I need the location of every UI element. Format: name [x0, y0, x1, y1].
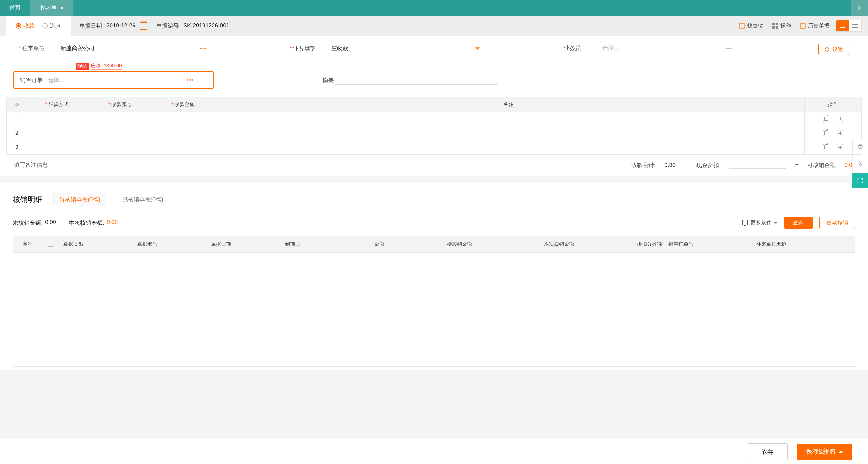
close-icon[interactable]: × [60, 5, 64, 11]
auto-writeoff-button[interactable]: 自动核销 [819, 216, 856, 229]
col-due: 到期日 [282, 236, 342, 253]
col-pending-amt: 待核销金额 [388, 236, 475, 253]
summary-field: 摘要 [309, 75, 498, 85]
gear-icon[interactable]: ⚙ [15, 102, 19, 107]
document-toolbar: 收款 退款 单据日期 2019-12-26 单据编号 SK-20191226-0… [0, 16, 868, 36]
tab-pending-writeoff[interactable]: 待核销单据(0笔) [54, 193, 106, 206]
more-filters-toggle[interactable]: 更多条件 [742, 219, 777, 226]
tab-home[interactable]: 首页 [0, 0, 30, 16]
svg-rect-2 [852, 27, 854, 28]
trash-icon[interactable] [823, 116, 829, 122]
cash-discount-input[interactable] [730, 162, 786, 169]
col-type: 单据类型 [60, 236, 134, 253]
radio-receive[interactable]: 收款 [16, 22, 35, 30]
note-input[interactable] [12, 161, 138, 170]
thiswrite-value: 0.00 [107, 219, 118, 227]
salesperson-label: 业务员 [564, 45, 601, 52]
doc-date-field[interactable]: 单据日期 2019-12-26 [80, 22, 147, 30]
partner-input-wrap[interactable]: ••• [60, 44, 208, 53]
add-row-icon[interactable] [837, 144, 843, 150]
tab-receipt[interactable]: 收款单 × [30, 0, 73, 16]
cell-account[interactable] [87, 140, 153, 154]
svg-rect-6 [859, 148, 861, 149]
chevron-down-icon [774, 222, 777, 224]
equals-sign: = [795, 162, 798, 169]
shortcut-link[interactable]: 快捷键 [739, 22, 764, 29]
save-new-button[interactable]: 保存&新增 [797, 443, 852, 460]
summary-label: 摘要 [309, 76, 334, 84]
cash-discount-label: 现金折扣: [696, 162, 721, 169]
checkbox-all[interactable] [48, 240, 54, 247]
cell-remark[interactable] [213, 112, 805, 126]
radio-dot-icon [42, 23, 48, 29]
cell-amount[interactable] [153, 112, 213, 126]
chevron-up-icon [839, 451, 843, 453]
col-no: 单据编号 [134, 236, 208, 253]
operate-link[interactable]: 操作 [772, 22, 791, 29]
sales-order-highlight[interactable]: 销售订单 ••• [13, 71, 214, 89]
cell-account[interactable] [87, 112, 153, 126]
partner-input[interactable] [60, 45, 198, 51]
panel-close-button[interactable]: × [851, 0, 868, 16]
radio-refund[interactable]: 退款 [42, 22, 61, 30]
row-index: 1 [7, 112, 27, 126]
table-row[interactable]: 3 [7, 140, 861, 154]
writeoff-label: 可核销金额 [807, 162, 836, 169]
table-row[interactable]: 1 [7, 112, 861, 126]
cell-remark[interactable] [213, 126, 805, 140]
doc-code-label: 单据编号 [156, 22, 179, 30]
doc-code-value: SK-20191226-001 [183, 22, 229, 29]
cell-remark[interactable] [213, 140, 805, 154]
plus-sign: + [684, 162, 688, 169]
add-row-icon[interactable] [837, 116, 843, 122]
cell-account[interactable] [87, 126, 153, 140]
summary-input-wrap[interactable] [334, 75, 498, 85]
biztype-field: * 业务类型 应收款 [290, 44, 482, 54]
cell-method[interactable] [27, 140, 87, 154]
ellipsis-icon[interactable]: ••• [200, 46, 207, 51]
history-label: 历史单据 [808, 22, 830, 29]
doc-date-label: 单据日期 [80, 22, 102, 30]
salesperson-input-wrap[interactable]: ••• [601, 44, 734, 53]
discard-button[interactable]: 放弃 [747, 443, 788, 460]
view-toggle [836, 20, 862, 31]
rail-fullscreen-button[interactable] [852, 173, 868, 188]
writeoff-detail-panel: 核销明细 待核销单据(0笔) 已核销单据(0笔) 未核销金额: 0.00 本次核… [0, 183, 868, 370]
view-detail-button[interactable] [849, 21, 861, 31]
table-row[interactable]: 2 [7, 126, 861, 140]
header-form: * 往来单位 ••• * 业务类型 应收款 业务员 ••• [0, 36, 868, 97]
query-button[interactable]: 查询 [784, 216, 812, 229]
operate-label: 操作 [780, 22, 791, 29]
list-doc-icon [800, 23, 806, 29]
salesperson-input[interactable] [602, 45, 724, 51]
trash-icon[interactable] [823, 130, 829, 136]
rail-print-button[interactable] [852, 139, 868, 154]
summary-input[interactable] [335, 77, 488, 83]
cash-tag: 现结 [75, 63, 89, 70]
cell-amount[interactable] [153, 140, 213, 154]
view-list-button[interactable] [836, 21, 849, 31]
cell-method[interactable] [27, 126, 87, 140]
tab-done-writeoff[interactable]: 已核销单据(0笔) [117, 193, 169, 206]
sales-order-input[interactable] [48, 77, 187, 84]
settings-button[interactable]: 设置 [818, 44, 849, 55]
add-row-icon[interactable] [837, 130, 843, 136]
salesperson-field: 业务员 ••• [564, 44, 734, 53]
col-amount: 金额 [341, 236, 387, 253]
row-index: 2 [7, 126, 27, 140]
trash-icon[interactable] [823, 144, 829, 150]
payment-grid: ⚙ *结算方式 *收款账号 *收款金额 备注 操作 123 [6, 97, 862, 155]
ellipsis-icon[interactable]: ••• [187, 78, 194, 83]
chevron-down-icon[interactable] [475, 47, 480, 50]
save-new-label: 保存&新增 [806, 447, 835, 456]
unwritten-label: 未核销金额: [12, 219, 42, 227]
rail-link-button[interactable] [852, 156, 868, 172]
row-index: 3 [7, 140, 27, 154]
calendar-icon[interactable] [140, 22, 147, 30]
ellipsis-icon[interactable]: ••• [726, 46, 733, 51]
biztype-select[interactable]: 应收款 [331, 44, 482, 54]
history-link[interactable]: 历史单据 [800, 22, 830, 29]
cell-amount[interactable] [153, 126, 213, 140]
partner-subinfo: 现结 应收: 1390.00 [75, 63, 849, 70]
cell-method[interactable] [27, 112, 87, 126]
